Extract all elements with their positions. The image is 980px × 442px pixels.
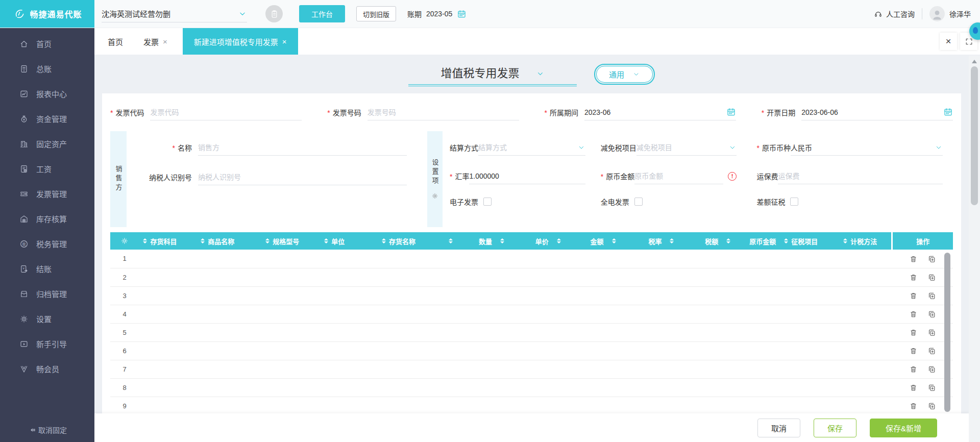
delete-row-icon[interactable] [909,291,918,300]
cell-tax-item[interactable] [780,305,839,323]
table-row[interactable]: 7 [110,360,953,378]
delete-row-icon[interactable] [909,328,918,337]
sort-arrows-icon[interactable] [843,238,847,243]
sort-arrows-icon[interactable] [265,238,270,243]
sort-arrows-icon[interactable] [382,238,386,243]
cell-tax-method[interactable] [839,360,892,378]
all-electronic-invoice-checkbox[interactable] [634,198,643,206]
cell-spec-model[interactable] [261,305,320,323]
cell-tax-method[interactable] [839,268,892,286]
cell-tax-method[interactable] [839,286,892,305]
column-header[interactable]: 存货名称 [378,232,445,250]
cell-unit-price[interactable] [496,360,553,378]
delete-row-icon[interactable] [909,365,918,374]
cell-inventory-account[interactable] [139,305,197,323]
copy-row-icon[interactable] [927,383,936,392]
cell-inventory-name[interactable] [378,397,445,413]
cell-product-name[interactable] [197,286,261,305]
cell-unit-price[interactable] [496,305,553,323]
invoice-number-input[interactable] [368,108,519,116]
calendar-icon[interactable] [943,107,953,117]
sidebar-item[interactable]: 资金管理 [0,106,94,131]
sort-arrows-icon[interactable] [201,238,205,243]
column-header[interactable]: 原币金额 [722,232,780,250]
sidebar-item[interactable]: 固定资产 [0,131,94,156]
cell-inventory-account[interactable] [139,268,197,286]
cell-unit[interactable] [320,250,378,268]
switch-old-version-button[interactable]: 切到旧版 [356,6,396,21]
differential-tax-checkbox[interactable] [790,198,798,206]
cell-foreign-amount[interactable] [722,378,780,397]
cell-tax-item[interactable] [780,378,839,397]
e-invoice-checkbox[interactable] [483,198,492,206]
cell-tax-rate[interactable] [608,250,666,268]
sort-arrows-icon[interactable] [143,238,147,243]
cell-amount[interactable] [553,378,608,397]
cell-foreign-amount[interactable] [722,250,780,268]
cell-tax-amount[interactable] [666,397,722,413]
cell-amount[interactable] [553,250,608,268]
cell-amount[interactable] [553,341,608,360]
sort-arrows-icon[interactable] [557,238,561,243]
settlement-select[interactable] [478,143,574,152]
cell-tax-rate[interactable] [608,360,666,378]
cell-unit-price[interactable] [496,341,553,360]
cell-quantity[interactable] [445,341,496,360]
cell-amount[interactable] [553,286,608,305]
copy-row-icon[interactable] [927,365,936,374]
cell-foreign-amount[interactable] [722,286,780,305]
cell-unit[interactable] [320,286,378,305]
cell-tax-method[interactable] [839,341,892,360]
invoice-code-input[interactable] [150,108,302,116]
delete-row-icon[interactable] [909,255,918,263]
sidebar-item[interactable]: 报表中心 [0,81,94,106]
period-value[interactable]: 2023-05 [426,10,452,18]
cell-unit[interactable] [320,360,378,378]
invoice-category-selector[interactable]: 通用 [594,64,655,85]
cell-unit[interactable] [320,341,378,360]
sidebar-item[interactable]: 归档管理 [0,281,94,306]
tab-close-icon[interactable]: × [163,37,167,46]
cell-tax-method[interactable] [839,323,892,341]
cell-inventory-name[interactable] [378,378,445,397]
cell-spec-model[interactable] [261,378,320,397]
cell-spec-model[interactable] [261,250,320,268]
cell-tax-rate[interactable] [608,305,666,323]
invoice-date-input[interactable] [801,108,940,116]
settings-strip[interactable]: 设置项 [427,131,443,227]
cell-unit[interactable] [320,305,378,323]
column-header[interactable]: 税额 [666,232,722,250]
cell-tax-amount[interactable] [666,286,722,305]
tab-close-icon[interactable]: × [282,37,287,46]
cell-spec-model[interactable] [261,268,320,286]
cell-tax-amount[interactable] [666,250,722,268]
cell-inventory-name[interactable] [378,305,445,323]
column-header[interactable]: 单价 [496,232,553,250]
delete-row-icon[interactable] [909,347,918,355]
cell-unit-price[interactable] [496,397,553,413]
calendar-icon[interactable] [726,107,736,117]
sort-arrows-icon[interactable] [324,238,328,243]
cell-tax-method[interactable] [839,397,892,413]
calendar-icon[interactable] [457,9,467,19]
cell-foreign-amount[interactable] [722,397,780,413]
cell-unit-price[interactable] [496,286,553,305]
cell-spec-model[interactable] [261,286,320,305]
cell-tax-item[interactable] [780,268,839,286]
cell-tax-amount[interactable] [666,360,722,378]
cell-amount[interactable] [553,397,608,413]
cell-unit[interactable] [320,397,378,413]
cell-tax-amount[interactable] [666,268,722,286]
save-button[interactable]: 保存 [814,419,856,437]
cell-quantity[interactable] [445,378,496,397]
table-row[interactable]: 4 [110,305,953,323]
cell-spec-model[interactable] [261,360,320,378]
cell-unit-price[interactable] [496,378,553,397]
sidebar-item[interactable]: 畅会员 [0,356,94,381]
cell-foreign-amount[interactable] [722,305,780,323]
voucher-badge-icon[interactable] [265,5,283,22]
cell-inventory-name[interactable] [378,341,445,360]
cell-tax-rate[interactable] [608,378,666,397]
column-header[interactable]: 商品名称 [197,232,261,250]
page-scrollbar-thumb[interactable] [971,66,978,205]
